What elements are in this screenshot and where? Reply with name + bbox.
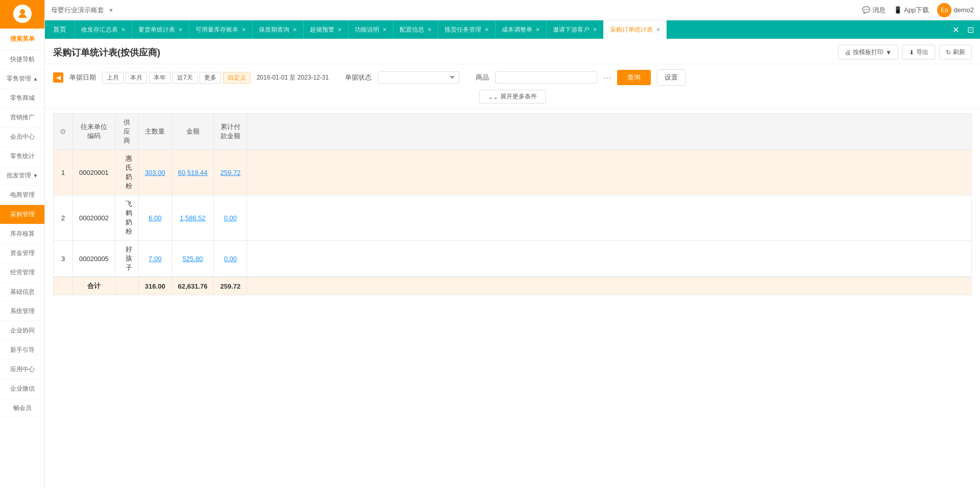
row-paid[interactable]: 0.00 [214,241,247,277]
sidebar-item-retail-stats[interactable]: 零售统计 [0,147,44,166]
tab-close-warranty-query[interactable]: ✕ [292,27,297,33]
tab-overstock-warning[interactable]: 超储预警 ✕ [303,20,348,39]
tab-function-desc[interactable]: 功能说明 ✕ [348,20,393,39]
sidebar-item-purchase[interactable]: 采购管理 [0,205,44,224]
sidebar-item-marketing[interactable]: 营销推广 [0,108,44,127]
filter-row-1: ◀ 单据日期 上月 本月 本年 近7天 更多 自定义 2016-01-01 至 … [53,69,972,86]
row-amount[interactable]: 525.80 [172,241,214,277]
app-download-action[interactable]: 📱 App下载 [894,6,929,15]
sidebar-item-finance[interactable]: 资金管理 [0,244,44,263]
sidebar-item-appstore[interactable]: 应用中心 [0,360,44,379]
tab-close-function-desc[interactable]: ✕ [382,27,387,33]
col-code-header: 往来单位编码 [73,114,115,150]
sidebar-item-retail-shop[interactable]: 零售商城 [0,89,44,108]
row-number: 1 [54,150,73,195]
sidebar-item-ecommerce[interactable]: 电商管理 [0,186,44,205]
sidebar-item-wholesale[interactable]: 批发管理 ▼ [0,166,44,186]
footer-label: 合计 [73,277,115,295]
message-action[interactable]: 💬 消息 [862,6,886,15]
sidebar-item-basic[interactable]: 基础信息 [0,282,44,302]
sidebar-item-shortcut[interactable]: 快捷导航 [0,50,44,69]
row-extra [247,195,972,241]
tab-pick-task[interactable]: 拣货任务管理 ✕ [438,20,495,39]
tab-warranty-query[interactable]: 保质期查询 ✕ [252,20,303,39]
page-header-actions: 🖨 按模板打印 ▼ ⬇ 导出 ↻ 刷新 [838,45,972,60]
row-amount[interactable]: 60,519.44 [172,150,214,195]
sidebar-item-operation[interactable]: 经营管理 [0,263,44,282]
date-btn-last-month[interactable]: 上月 [102,72,124,84]
sidebar-item-search[interactable]: 搜索英单 [3,33,41,45]
svg-point-0 [20,9,25,14]
col-paid-header: 累计付款金额 [214,114,247,150]
refresh-button[interactable]: ↻ 刷新 [939,45,972,60]
row-qty[interactable]: 6.00 [138,195,172,241]
date-btn-this-year[interactable]: 本年 [149,72,170,84]
row-qty[interactable]: 303.00 [138,150,172,195]
tab-close-inventory-ledger[interactable]: ✕ [241,27,246,33]
company-dropdown-icon[interactable]: ▼ [108,7,114,13]
app-logo [0,0,44,29]
tab-order-stats[interactable]: 要货单统计表 ✕ [132,20,189,39]
row-qty[interactable]: 7.00 [138,241,172,277]
expand-more-button[interactable]: ⌄⌄ 展开更多条件 [479,90,546,104]
row-paid[interactable]: 259.72 [214,150,247,195]
settings-button[interactable]: 设置 [657,69,685,86]
expand-icon: ⌄⌄ [488,93,498,100]
date-btn-more[interactable]: 更多 [200,72,221,84]
goods-input[interactable] [495,71,597,84]
table-row: 1 00020001 惠氏奶粉 303.00 60,519.44 259.72 [54,150,972,195]
message-icon: 💬 [862,6,870,14]
company-name: 母婴行业演示账套 [51,6,104,15]
sidebar-item-inventory[interactable]: 库存核算 [0,224,44,244]
tab-close-config-info[interactable]: ✕ [427,27,432,33]
tab-purchase-stats[interactable]: 采购订单统计表 ✕ [603,20,667,39]
tab-close-purchase-stats[interactable]: ✕ [656,27,660,33]
date-btn-this-month[interactable]: 本月 [126,72,147,84]
tab-cost-adjust[interactable]: 成本调整单 ✕ [495,20,546,39]
footer-paid: 259.72 [214,277,247,295]
table-header-row: ⚙ 往来单位编码 供应商 主数量 金额 累计付款金额 [54,114,972,150]
top-header: 母婴行业演示账套 ▼ 💬 消息 📱 App下载 Ea demo2 [45,0,980,20]
export-button[interactable]: ⬇ 导出 [902,45,935,60]
tab-close-all-btn[interactable]: ✕ [950,24,961,36]
more-filters-dots[interactable]: ··· [603,72,611,83]
sidebar-item-vip[interactable]: 畅会员 [0,399,44,418]
footer-empty-1 [54,277,73,295]
tab-receipt-summary[interactable]: 收发存汇总表 ✕ [75,20,132,39]
tab-close-receipt-summary[interactable]: ✕ [121,27,126,33]
row-paid[interactable]: 0.00 [214,195,247,241]
filter-collapse-button[interactable]: ◀ [53,72,63,83]
custom-date-badge: 自定义 [223,72,251,84]
footer-amount: 62,631.76 [172,277,214,295]
status-select[interactable] [378,71,459,84]
sidebar-item-enterprise[interactable]: 企业协同 [0,321,44,341]
sidebar-item-system[interactable]: 系统管理 [0,302,44,321]
date-range-display: 2016-01-01 至 2023-12-31 [257,73,329,82]
row-number: 3 [54,241,73,277]
tab-inventory-ledger[interactable]: 可用量库存账本 ✕ [189,20,252,39]
tab-maximize-btn[interactable]: ⊡ [965,24,976,36]
tab-close-order-stats[interactable]: ✕ [178,27,183,33]
tab-close-overstock-warning[interactable]: ✕ [337,27,342,33]
tab-close-pick-task[interactable]: ✕ [484,27,489,33]
row-supplier: 好孩子 [115,241,138,277]
status-filter-label: 单据状态 [345,73,372,82]
tab-config-info[interactable]: 配置信息 ✕ [393,20,438,39]
sidebar-item-retail[interactable]: 零售管理 ▲ [0,69,44,89]
tab-home[interactable]: 首页 [45,20,75,39]
sidebar-item-member[interactable]: 会员中心 [0,127,44,147]
tab-close-cost-adjust[interactable]: ✕ [535,27,540,33]
print-button[interactable]: 🖨 按模板打印 ▼ [838,45,898,60]
column-settings-icon[interactable]: ⚙ [60,127,66,136]
export-icon: ⬇ [909,49,914,56]
query-button[interactable]: 查询 [617,70,651,85]
sidebar-item-wechat[interactable]: 企业微信 [0,379,44,399]
sidebar-item-guide[interactable]: 新手引导 [0,341,44,360]
username: demo2 [953,6,974,14]
row-amount[interactable]: 1,586.52 [172,195,214,241]
user-action[interactable]: Ea demo2 [937,3,974,17]
tab-invite-downstream[interactable]: 邀请下游客户 ✕ [546,20,603,39]
date-btn-7days[interactable]: 近7天 [173,72,198,84]
company-selector[interactable]: 母婴行业演示账套 ▼ [51,6,114,15]
tab-close-invite-downstream[interactable]: ✕ [593,27,597,33]
